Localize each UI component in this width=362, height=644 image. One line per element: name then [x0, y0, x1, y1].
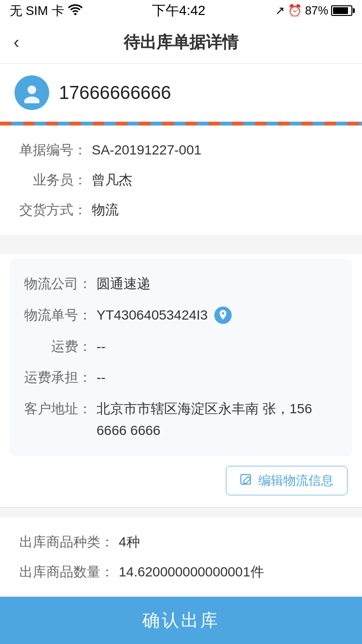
freight-value: -- [97, 336, 338, 358]
freight-bearer-value: -- [97, 367, 338, 389]
delivery-method-row: 交货方式： 物流 [19, 200, 343, 220]
tracking-no-row: 物流单号： YT43064053424I3 [24, 305, 338, 326]
status-bar: 无 SIM 卡 下午4:42 ↗ ⏰ 87% [0, 0, 362, 21]
goods-type-row: 出库商品种类： 4种 [19, 532, 343, 552]
edit-icon [240, 474, 253, 487]
document-no-row: 单据编号： SA-20191227-001 [19, 140, 343, 160]
alarm-status-icon: ⏰ [288, 4, 302, 17]
wifi-icon [68, 3, 83, 18]
freight-bearer-label: 运费承担： [24, 367, 92, 389]
avatar [14, 75, 49, 110]
order-info-section: 单据编号： SA-20191227-001 业务员： 曾凡杰 交货方式： 物流 [0, 126, 362, 235]
status-time: 下午4:42 [152, 1, 206, 20]
goods-quantity-row: 出库商品数量： 14.620000000000001件 [19, 562, 343, 582]
location-status-icon: ↗ [275, 4, 285, 17]
back-button[interactable]: ‹ [14, 32, 19, 53]
freight-label: 运费： [24, 336, 92, 358]
battery-icon [331, 5, 352, 16]
document-no-label: 单据编号： [19, 140, 87, 160]
customer-phone: 17666666666 [59, 83, 171, 103]
status-right: ↗ ⏰ 87% [275, 4, 352, 17]
salesman-label: 业务员： [19, 170, 87, 190]
svg-point-0 [28, 85, 36, 94]
battery-percent: 87% [305, 4, 328, 17]
edit-logistics-wrapper: 编辑物流信息 [0, 466, 362, 507]
nav-bar: ‹ 待出库单据详情 [0, 21, 362, 64]
address-row: 客户地址： 北京市市辖区海淀区永丰南 张，156 6666 6666 [24, 398, 338, 442]
address-value: 北京市市辖区海淀区永丰南 张，156 6666 6666 [97, 398, 338, 442]
nav-title: 待出库单据详情 [124, 31, 238, 54]
delivery-method-value: 物流 [92, 200, 343, 220]
location-icon[interactable] [214, 307, 232, 324]
edit-logistics-label: 编辑物流信息 [258, 472, 334, 489]
tracking-no-value: YT43064053424I3 [97, 305, 338, 326]
logistics-wrapper: 物流公司： 圆通速递 物流单号： YT43064053424I3 运费： -- [0, 254, 362, 507]
address-label: 客户地址： [24, 398, 92, 420]
freight-row: 运费： -- [24, 336, 338, 358]
goods-section: 出库商品种类： 4种 出库商品数量： 14.620000000000001件 [0, 518, 362, 597]
delivery-method-label: 交货方式： [19, 200, 87, 220]
salesman-row: 业务员： 曾凡杰 [19, 170, 343, 190]
carrier-text: 无 SIM 卡 [10, 2, 64, 19]
logistics-company-row: 物流公司： 圆通速递 [24, 273, 338, 295]
document-no-value: SA-20191227-001 [92, 140, 343, 160]
salesman-value: 曾凡杰 [92, 170, 343, 190]
logistics-card: 物流公司： 圆通速递 物流单号： YT43064053424I3 运费： -- [10, 259, 352, 456]
goods-quantity-label: 出库商品数量： [19, 562, 114, 582]
freight-bearer-row: 运费承担： -- [24, 367, 338, 389]
logistics-company-value: 圆通速递 [97, 273, 338, 295]
edit-logistics-button[interactable]: 编辑物流信息 [226, 466, 348, 495]
goods-quantity-value: 14.620000000000001件 [119, 562, 343, 582]
goods-type-label: 出库商品种类： [19, 532, 114, 552]
customer-header: 17666666666 [0, 64, 362, 122]
logistics-company-label: 物流公司： [24, 273, 92, 295]
tracking-no-label: 物流单号： [24, 305, 92, 326]
svg-point-1 [24, 97, 40, 103]
dashed-divider [0, 122, 362, 126]
confirm-button-text: 确认出库 [142, 609, 220, 632]
status-left: 无 SIM 卡 [10, 2, 83, 19]
confirm-bar[interactable]: 确认出库 [0, 597, 362, 644]
goods-type-value: 4种 [119, 532, 343, 552]
